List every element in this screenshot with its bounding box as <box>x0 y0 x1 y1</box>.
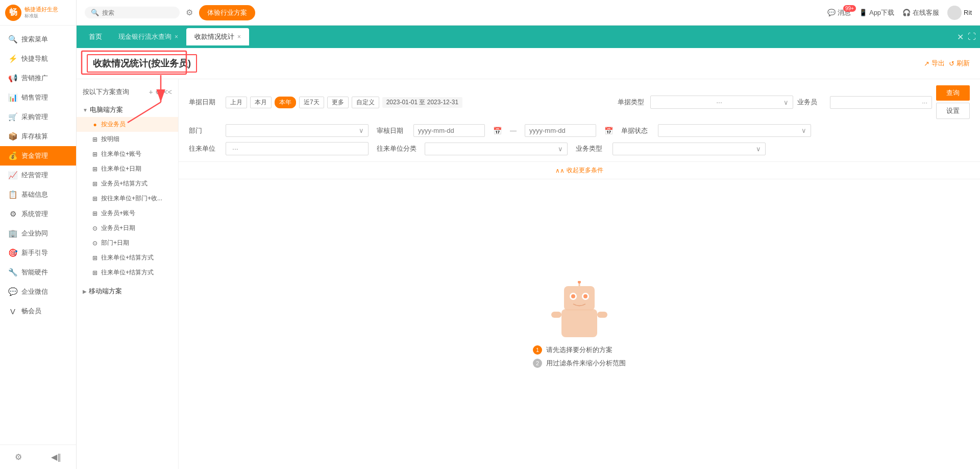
purchase-icon: 🛒 <box>8 112 17 122</box>
svg-rect-0 <box>561 309 597 337</box>
search-icon: 🔍 <box>8 35 17 44</box>
date-btn-more[interactable]: 更多 <box>327 97 349 108</box>
calendar-start-icon[interactable]: 📅 <box>493 127 502 135</box>
scheme-partner-settlement1[interactable]: ⊞ 往来单位+结算方式 <box>77 250 178 265</box>
doc-type-dots[interactable]: ··· <box>716 98 722 106</box>
sidebar-item-wechat[interactable]: 💬 企业微信 <box>0 282 76 301</box>
pc-scheme-header[interactable]: ▼ 电脑端方案 <box>77 103 178 117</box>
tab-receipt-close[interactable]: × <box>237 33 241 40</box>
pc-scheme-label: 电脑端方案 <box>90 105 123 114</box>
sidebar-item-quicknav[interactable]: ⚡ 快捷导航 <box>0 49 76 68</box>
partner-dots[interactable]: ··· <box>232 145 238 153</box>
search-input[interactable] <box>102 9 174 16</box>
sales-icon: 📊 <box>8 93 17 102</box>
sidebar-item-basic[interactable]: 📋 基础信息 <box>0 185 76 204</box>
marketing-icon: 📢 <box>8 74 17 83</box>
export-button[interactable]: ↗ 导出 <box>924 59 945 68</box>
maximize-btn[interactable]: ⛶ <box>968 32 976 42</box>
scheme-partner-dept[interactable]: ⊞ 按往来单位+部门+收... <box>77 191 178 206</box>
app-download-button[interactable]: 📱 App下载 <box>859 8 894 17</box>
scheme-partner-account[interactable]: ⊞ 往来单位+账号 <box>77 147 178 161</box>
query-button[interactable]: 查询 <box>936 85 970 101</box>
message-button[interactable]: 💬 消息 99+ <box>827 8 851 17</box>
tab-home[interactable]: 首页 <box>81 28 110 45</box>
trial-button[interactable]: 体验行业方案 <box>199 5 255 20</box>
date-btn-7days[interactable]: 近7天 <box>299 97 324 108</box>
review-date-end[interactable] <box>525 124 596 137</box>
expand-arrow-mobile-icon: ▶ <box>83 289 87 294</box>
user-menu[interactable]: Rit <box>947 6 972 20</box>
svg-rect-1 <box>564 286 595 311</box>
salesperson-settlement-icon: ⊞ <box>91 180 99 188</box>
scheme-dept-date[interactable]: ⊙ 部门+日期 <box>77 236 178 250</box>
business-type-label: 业务类型 <box>576 144 604 153</box>
partner-category-select[interactable]: ∨ <box>425 143 568 155</box>
online-service-button[interactable]: 🎧 在线客服 <box>902 8 939 17</box>
dept-select[interactable]: ∨ <box>226 124 369 137</box>
sidebar-item-member[interactable]: V 畅会员 <box>0 301 76 321</box>
date-btn-this-month[interactable]: 本月 <box>250 97 272 108</box>
tab-bank[interactable]: 现金银行流水查询 × <box>110 28 186 45</box>
doc-status-chevron-icon: ∨ <box>801 127 806 134</box>
scheme-salesperson-settlement[interactable]: ⊞ 业务员+结算方式 <box>77 176 178 191</box>
sidebar-item-purchase[interactable]: 🛒 采购管理 <box>0 107 76 127</box>
collapse-sidebar-btn[interactable]: ◀‖ <box>48 449 64 465</box>
doc-status-select[interactable]: ∨ <box>658 124 811 137</box>
topbar-search-box[interactable]: 🔍 <box>85 7 180 18</box>
doc-type-select[interactable]: ··· ∨ <box>650 96 793 109</box>
guide-icon: 🎯 <box>8 248 17 257</box>
page-content: 收款情况统计(按业务员) ↗ 导出 ↺ 刷新 按以下方案查询 <box>77 48 980 469</box>
sidebar-item-marketing[interactable]: 📢 营销推广 <box>0 68 76 88</box>
page-title-box: 收款情况统计(按业务员) <box>87 54 197 73</box>
business-type-select[interactable]: ∨ <box>612 143 766 155</box>
date-btn-last-month[interactable]: 上月 <box>226 97 247 108</box>
partner-select[interactable]: ··· <box>226 142 369 155</box>
sidebar-nav: 🔍 搜索菜单 ⚡ 快捷导航 📢 营销推广 📊 销售管理 🛒 采购管理 📦 库存核… <box>0 26 76 444</box>
tab-bank-close[interactable]: × <box>175 33 178 40</box>
scheme-by-salesperson[interactable]: ● 按业务员 <box>77 117 178 132</box>
gear-icon[interactable]: ⚙ <box>186 8 193 17</box>
calendar-end-icon[interactable]: 📅 <box>604 127 613 135</box>
salesperson-select[interactable]: ··· <box>830 96 932 109</box>
sidebar-item-finance[interactable]: 💰 资金管理 <box>0 146 76 166</box>
sidebar-item-hardware[interactable]: 🔧 智能硬件 <box>0 263 76 282</box>
sidebar-item-inventory[interactable]: 📦 库存核算 <box>0 127 76 146</box>
review-date-start[interactable] <box>413 124 485 137</box>
add-scheme-btn[interactable]: + <box>149 88 153 96</box>
scheme-partner-date[interactable]: ⊞ 往来单位+日期 <box>77 161 178 176</box>
sidebar-item-enterprise[interactable]: 🏢 企业协同 <box>0 224 76 243</box>
sidebar-item-sales[interactable]: 📊 销售管理 <box>0 88 76 107</box>
collapse-panel-btn[interactable]: << <box>164 88 172 96</box>
sidebar-item-search[interactable]: 🔍 搜索菜单 <box>0 30 76 49</box>
page-header-actions: ↗ 导出 ↺ 刷新 <box>924 59 970 68</box>
date-range-display: 2023-01-01 至 2023-12-31 <box>382 97 462 108</box>
sidebar-item-guide[interactable]: 🎯 新手引导 <box>0 243 76 263</box>
filter-settings-button[interactable]: 设置 <box>936 103 970 119</box>
svg-point-5 <box>583 294 587 298</box>
empty-robot-illustration <box>549 281 610 337</box>
refresh-button[interactable]: ↺ 刷新 <box>949 59 970 68</box>
close-all-tabs-btn[interactable]: ✕ <box>957 32 964 42</box>
inventory-icon: 📦 <box>8 132 17 141</box>
sidebar-item-system[interactable]: ⚙ 系统管理 <box>0 204 76 224</box>
scheme-settings-btn[interactable]: ⚙ <box>155 88 162 96</box>
sidebar-footer: ⚙ ◀‖ <box>0 444 76 469</box>
scheme-salesperson-account[interactable]: ⊞ 业务员+账号 <box>77 206 178 221</box>
mobile-scheme-header[interactable]: ▶ 移动端方案 <box>77 284 178 298</box>
collapse-filter-bar[interactable]: ∧∧ 收起更多条件 <box>179 162 980 179</box>
date-btn-this-year[interactable]: 本年 <box>275 97 296 108</box>
expand-arrow-icon: ▼ <box>83 107 88 113</box>
sidebar: 畅 畅捷通好生意 标准版 🔍 搜索菜单 ⚡ 快捷导航 📢 营销推广 📊 销售管理… <box>0 0 77 469</box>
scheme-salesperson-date[interactable]: ⊙ 业务员+日期 <box>77 221 178 236</box>
scheme-by-detail[interactable]: ⊞ 按明细 <box>77 132 178 147</box>
settings-bottom-btn[interactable]: ⚙ <box>12 449 25 465</box>
partner-settlement1-icon: ⊞ <box>91 254 99 262</box>
salesperson-dots[interactable]: ··· <box>922 99 927 106</box>
tab-receipt[interactable]: 收款情况统计 × <box>186 28 249 45</box>
logo-badge: 标准版 <box>24 13 58 19</box>
member-icon: V <box>8 307 17 316</box>
wechat-icon: 💬 <box>8 287 17 296</box>
sidebar-item-operation[interactable]: 📈 经营管理 <box>0 166 76 185</box>
scheme-partner-settlement2[interactable]: ⊞ 往来单位+结算方式 <box>77 265 178 280</box>
date-btn-custom[interactable]: 自定义 <box>352 97 379 108</box>
